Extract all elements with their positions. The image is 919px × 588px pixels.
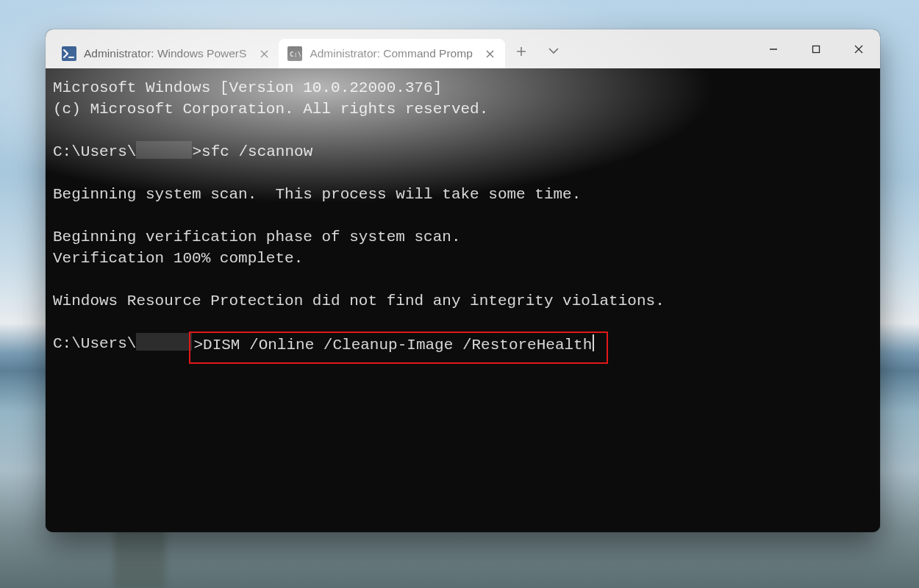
desktop-background: Administrator: Windows PowerS C:\ xyxy=(0,0,919,588)
new-tab-button[interactable] xyxy=(505,37,537,65)
tab-command-prompt[interactable]: C:\ Administrator: Command Promp xyxy=(279,39,504,68)
command-text: sfc /scannow xyxy=(201,143,312,160)
redacted-username xyxy=(136,141,192,159)
prompt-path: C:\Users\ xyxy=(53,335,136,352)
window-close-button[interactable] xyxy=(837,29,880,68)
output-line: (c) Microsoft Corporation. All rights re… xyxy=(53,101,488,118)
tab-close-button[interactable] xyxy=(257,46,271,61)
tab-label: Administrator: Command Promp xyxy=(310,47,472,60)
maximize-button[interactable] xyxy=(795,29,837,68)
tab-powershell[interactable]: Administrator: Windows PowerS xyxy=(53,39,279,68)
close-icon xyxy=(486,50,494,58)
tab-dropdown-button[interactable] xyxy=(537,37,570,65)
terminal-output[interactable]: Microsoft Windows [Version 10.0.22000.37… xyxy=(46,68,880,532)
window-titlebar: Administrator: Windows PowerS C:\ xyxy=(46,29,880,68)
terminal-window: Administrator: Windows PowerS C:\ xyxy=(46,29,880,532)
redacted-username xyxy=(136,333,192,351)
powershell-icon xyxy=(62,46,76,61)
output-line: Beginning system scan. This process will… xyxy=(53,186,581,203)
tab-close-button[interactable] xyxy=(483,46,498,61)
tab-actions xyxy=(505,29,570,68)
window-controls xyxy=(752,29,880,68)
tab-strip: Administrator: Windows PowerS C:\ xyxy=(46,29,505,68)
svg-rect-9 xyxy=(813,46,820,52)
close-icon xyxy=(260,50,268,58)
minimize-button[interactable] xyxy=(752,29,795,68)
output-line: Beginning verification phase of system s… xyxy=(53,229,461,245)
command-prompt-icon: C:\ xyxy=(287,46,302,61)
output-line: Verification 100% complete. xyxy=(53,250,303,267)
text-cursor xyxy=(593,334,594,351)
minimize-icon xyxy=(768,44,779,54)
close-icon xyxy=(854,44,864,54)
prompt-path: C:\Users\ xyxy=(53,143,136,160)
tab-label: Administrator: Windows PowerS xyxy=(84,47,246,60)
highlighted-command: >DISM /Online /Cleanup-Image /RestoreHea… xyxy=(189,331,608,364)
output-line: Microsoft Windows [Version 10.0.22000.37… xyxy=(53,79,442,96)
maximize-icon xyxy=(811,44,821,54)
output-line: Windows Resource Protection did not find… xyxy=(53,293,665,309)
command-text: DISM /Online /Cleanup-Image /RestoreHeal… xyxy=(203,337,592,354)
chevron-down-icon xyxy=(548,48,559,54)
plus-icon xyxy=(516,46,526,57)
svg-text:C:\: C:\ xyxy=(290,51,301,58)
